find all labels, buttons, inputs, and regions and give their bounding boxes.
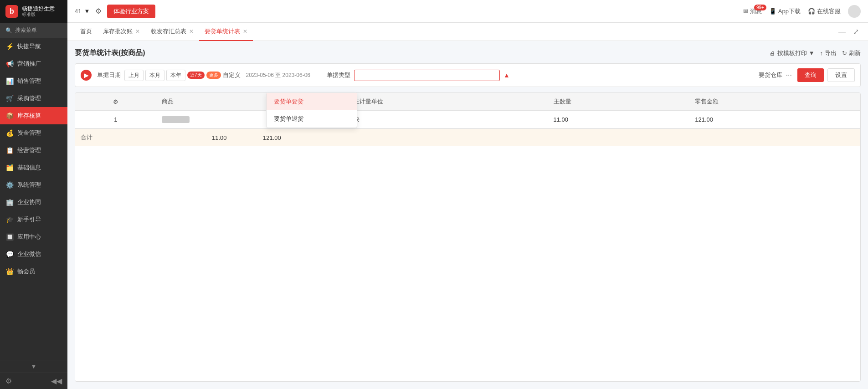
sidebar-item-enterprise[interactable]: 🏢 企业协同	[0, 194, 67, 211]
summary-bar: 合计 11.00 121.00	[75, 128, 860, 146]
sidebar-item-appstore[interactable]: 🔲 应用中心	[0, 228, 67, 246]
sidebar-item-inventory[interactable]: 📦 库存核算	[0, 107, 67, 124]
messages-button[interactable]: ✉ 消息 99+	[743, 7, 762, 15]
user-avatar[interactable]	[848, 5, 861, 18]
column-settings-icon[interactable]: ⚙	[75, 93, 156, 111]
warehouse-filter-label: 要货仓库	[759, 71, 782, 79]
system-icon: ⚙️	[5, 181, 14, 189]
print-dropdown-icon: ▼	[809, 50, 815, 56]
top-header: 41 ▼ ⚙ 体验行业方案 ✉ 消息 99+ 📱 App下载 🎧 在线客服	[67, 0, 868, 23]
date-btn-last-month[interactable]: 上月	[124, 70, 144, 81]
marketing-icon: 📢	[5, 60, 14, 68]
type-filter-input[interactable]	[354, 70, 500, 81]
page-title: 要货单统计表(按商品)	[75, 48, 145, 58]
sidebar: b 畅捷通好生意 标准版 🔍 搜索菜单 ⚡ 快捷导航 📢 营销推广 📊 销售管理…	[0, 0, 67, 389]
date-filter-label: 单据日期	[97, 71, 121, 79]
messages-badge: 99+	[754, 5, 766, 10]
export-action[interactable]: ↑ 导出	[820, 49, 837, 57]
store-dropdown-icon: ▼	[84, 8, 90, 15]
enterprise-icon: 🏢	[5, 198, 14, 206]
header-settings-icon[interactable]: ⚙	[95, 7, 102, 15]
cell-qty: 11.00	[548, 111, 690, 128]
trial-btn[interactable]: 体验行业方案	[107, 5, 155, 18]
tab-minimize-icon[interactable]: —	[837, 28, 847, 36]
filter-date-group: 单据日期 上月 本月 本年 近7天 更多 自定义	[97, 70, 241, 81]
tab-batch-close[interactable]: ✕	[135, 28, 140, 35]
purchase-icon: 🛒	[5, 94, 14, 102]
sidebar-item-shortcut[interactable]: ⚡ 快捷导航	[0, 38, 67, 55]
sidebar-item-member[interactable]: 👑 畅会员	[0, 263, 67, 280]
app-download-button[interactable]: 📱 App下载	[769, 7, 801, 15]
inventory-icon: 📦	[5, 112, 14, 120]
tab-collect-close[interactable]: ✕	[189, 28, 194, 35]
sidebar-settings-icon[interactable]: ⚙	[5, 377, 12, 385]
sidebar-item-newbie[interactable]: 🎓 新手引导	[0, 211, 67, 228]
print-icon: 🖨	[770, 50, 776, 56]
filter-date-range: 2023-05-06 至 2023-06-06	[246, 72, 310, 79]
newbie-icon: 🎓	[5, 215, 14, 224]
tab-order-stat-close[interactable]: ✕	[243, 28, 247, 35]
sidebar-collapse-icon[interactable]: ◀◀	[51, 377, 62, 385]
sidebar-item-marketing[interactable]: 📢 营销推广	[0, 55, 67, 72]
dropdown-item-order-return[interactable]: 要货单退货	[267, 110, 357, 128]
settings-button[interactable]: 设置	[827, 68, 855, 82]
shortcut-icon: ⚡	[5, 42, 14, 51]
store-selector[interactable]: 41 ▼	[75, 8, 90, 15]
filter-toggle-button[interactable]: ▶	[81, 70, 92, 81]
date-btn-this-year[interactable]: 本年	[166, 70, 185, 81]
tab-order-stat[interactable]: 要货单统计表 ✕	[199, 23, 253, 41]
operations-icon: 📋	[5, 146, 14, 154]
product-name-blurred	[162, 116, 190, 123]
sidebar-item-system[interactable]: ⚙️ 系统管理	[0, 176, 67, 194]
app-logo: b 畅捷通好生意 标准版	[0, 0, 67, 23]
column-qty: 主数量	[548, 93, 690, 111]
wechat-icon: 💬	[5, 250, 14, 258]
column-amount: 零售金额	[689, 93, 860, 111]
main-content: 41 ▼ ⚙ 体验行业方案 ✉ 消息 99+ 📱 App下载 🎧 在线客服	[67, 0, 868, 389]
refresh-action[interactable]: ↻ 刷新	[842, 49, 861, 57]
export-icon: ↑	[820, 50, 823, 56]
sidebar-item-basic[interactable]: 🗂️ 基础信息	[0, 159, 67, 176]
date-btn-this-month[interactable]: 本月	[145, 70, 164, 81]
date-recent-badge[interactable]: 近7天	[187, 72, 205, 79]
appstore-icon: 🔲	[5, 233, 14, 241]
date-quick-buttons: 上月 本月 本年 近7天 更多 自定义	[124, 70, 241, 81]
tab-home[interactable]: 首页	[75, 23, 98, 41]
date-custom-label[interactable]: 自定义	[223, 71, 241, 79]
data-table-container: ⚙ 商品 主计量单位 主数量 零售金额 1 块	[75, 92, 861, 382]
header-left: 41 ▼ ⚙ 体验行业方案	[75, 5, 155, 18]
print-action[interactable]: 🖨 按模板打印 ▼	[770, 49, 815, 57]
sidebar-bottom: ⚙ ◀◀	[0, 373, 67, 389]
page-header-actions: 🖨 按模板打印 ▼ ↑ 导出 ↻ 刷新	[770, 49, 861, 57]
type-dropdown-arrow[interactable]: ▲	[503, 72, 510, 79]
dropdown-item-order-goods[interactable]: 要货单要货	[267, 93, 357, 110]
sidebar-item-purchase[interactable]: 🛒 采购管理	[0, 90, 67, 107]
tab-maximize-icon[interactable]: ⤢	[851, 27, 861, 36]
search-menu-item[interactable]: 🔍 搜索菜单	[0, 23, 67, 38]
sidebar-item-wechat[interactable]: 💬 企业微信	[0, 246, 67, 263]
online-service-button[interactable]: 🎧 在线客服	[808, 7, 841, 15]
table-body: 1 块 11.00 121.00	[75, 111, 860, 128]
tab-collect[interactable]: 收发存汇总表 ✕	[145, 23, 199, 41]
header-right: ✉ 消息 99+ 📱 App下载 🎧 在线客服	[743, 5, 861, 18]
store-number: 41	[75, 8, 81, 15]
tabs-end-actions: — ⤢	[837, 27, 861, 36]
table-header-row: ⚙ 商品 主计量单位 主数量 零售金额	[75, 93, 860, 111]
member-icon: 👑	[5, 267, 14, 276]
table-header: ⚙ 商品 主计量单位 主数量 零售金额	[75, 93, 860, 111]
warehouse-more-button[interactable]: ···	[786, 71, 792, 79]
app-name-text: 畅捷通好生意 标准版	[22, 5, 55, 17]
filter-bar-wrapper: ▶ 单据日期 上月 本月 本年 近7天 更多 自定义 2023-05-06 至 …	[75, 63, 861, 92]
message-icon: ✉	[743, 8, 748, 15]
sidebar-item-operations[interactable]: 📋 经营管理	[0, 142, 67, 159]
date-more-badge[interactable]: 更多	[206, 72, 221, 79]
filter-actions: 查询 设置	[797, 68, 855, 82]
summary-qty: 11.00	[212, 134, 248, 141]
query-button[interactable]: 查询	[797, 68, 824, 82]
tab-batch[interactable]: 库存批次账 ✕	[98, 23, 145, 41]
basic-icon: 🗂️	[5, 164, 14, 172]
sidebar-item-sales[interactable]: 📊 销售管理	[0, 72, 67, 90]
column-unit: 主计量单位	[348, 93, 548, 111]
sidebar-item-finance[interactable]: 💰 资金管理	[0, 124, 67, 142]
sidebar-scroll-down[interactable]: ▼	[0, 360, 67, 373]
